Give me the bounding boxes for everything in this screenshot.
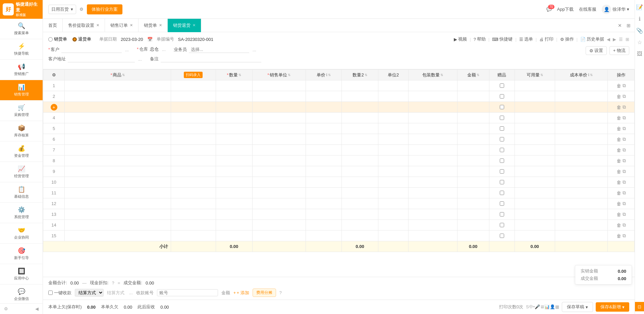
sidebar-item-inventory[interactable]: 📦 库存核算 [0,121,43,141]
shortcut-action[interactable]: ⌨ 快捷键 [492,36,513,42]
pack-qty-sort-icon[interactable]: ⇅ [440,73,443,77]
quantity-sort-icon[interactable]: ⇅ [238,73,241,77]
copy-8[interactable]: ⧉ [623,158,626,164]
print-action[interactable]: 🖨 打印 [539,36,553,42]
copy-4[interactable]: ⧉ [623,115,626,121]
one-click-payment-input[interactable] [48,291,53,295]
tab-close-price-settings[interactable]: ✕ [96,23,99,27]
copy-15[interactable]: ⧉ [623,233,626,239]
del-4[interactable]: 🗑 [616,115,621,121]
remark-input[interactable] [161,56,261,62]
table-settings-icon[interactable]: ⚙ [52,72,56,77]
add-payment-button[interactable]: + + 添加 [233,290,249,296]
account-input[interactable] [157,289,218,296]
video-action[interactable]: ▶ 视频 [454,36,467,42]
product-input-active[interactable] [67,105,169,110]
gift-checkbox-10[interactable] [500,180,504,184]
copy-row-2-icon[interactable]: ⧉ [623,93,626,99]
del-14[interactable]: 🗑 [616,223,621,228]
cost-price-info-icon[interactable]: ℹ [588,73,589,77]
gift-checkbox-12[interactable] [500,201,504,206]
gear-icon[interactable]: ⚙ [79,7,84,12]
sidebar-item-system[interactable]: ⚙️ 系统管理 [0,203,43,223]
amount-sort-icon[interactable]: ⇅ [477,73,479,77]
del-9[interactable]: 🗑 [616,169,621,174]
customer-lookup-dots[interactable]: ... [125,47,129,52]
discount-info-icon[interactable]: ? [112,280,114,286]
cost-price-sort-icon[interactable]: ⇅ [590,73,593,77]
tab-grid-button[interactable]: ⊞ [625,22,632,29]
gift-checkbox-14[interactable] [500,223,504,227]
tab-sales-delivery[interactable]: 销货单 ✕ [139,19,168,32]
unit-price-info-icon[interactable]: ℹ [326,73,327,77]
copy-9[interactable]: ⧉ [623,169,626,174]
radio-delivery-input[interactable] [48,37,53,42]
available-sort-icon[interactable]: ⇅ [540,73,543,77]
collapse-icon[interactable]: ◀ [35,306,39,311]
sidebar-item-enterprise[interactable]: 🤝 企业协同 [0,223,43,244]
date-picker-icon[interactable]: 📅 [147,37,153,42]
product-sort-icon[interactable]: ⇅ [122,73,125,77]
logistics-button[interactable]: + 物流 [609,46,629,55]
del-12[interactable]: 🗑 [616,201,621,206]
copy-14[interactable]: ⧉ [623,222,626,228]
tab-sales-return[interactable]: 销货退货 ✕ [168,19,201,32]
operate-action[interactable]: ⚙ 操作 [560,36,574,42]
salesperson-input[interactable] [189,46,249,53]
radio-return[interactable]: 退货单 [72,36,91,42]
sidebar-item-search[interactable]: 🔍 搜索菜单 [0,19,43,39]
copy-10[interactable]: ⧉ [623,179,626,185]
online-service-link[interactable]: 在线客服 [579,6,596,12]
select-action[interactable]: ☰ 选单 [519,36,533,42]
right-panel-star-icon[interactable]: ☆ [636,38,643,47]
gift-checkbox-2[interactable] [500,94,504,99]
radio-return-input[interactable] [72,37,77,42]
unit-price-sort-icon[interactable]: ⇅ [328,73,331,77]
tab-price-settings[interactable]: 售价提取设置 ✕ [63,19,105,32]
copy-12[interactable]: ⧉ [623,201,626,206]
app-download-link[interactable]: App下载 [557,6,574,12]
address-input[interactable] [68,56,135,62]
address-lookup-dots[interactable]: ... [138,57,142,62]
sales-unit-sort-icon[interactable]: ⇅ [288,73,290,77]
copy-active-row-icon[interactable]: ⧉ [623,104,626,110]
del-11[interactable]: 🗑 [616,190,621,196]
add-row-button[interactable]: + [51,104,57,111]
promo-button[interactable]: 体验行业方案 [87,4,122,14]
gift-checkbox-6[interactable] [500,137,504,141]
copy-13[interactable]: ⧉ [623,211,626,217]
industry-selector[interactable]: 日用百货 ▾ [48,5,76,14]
gift-checkbox-5[interactable] [500,126,504,131]
history-action[interactable]: 📄 历史单据 [580,36,604,42]
sidebar-item-operations[interactable]: 📈 经营管理 [0,162,43,182]
sidebar-item-sales[interactable]: 📊 销售管理 [0,80,43,101]
tab-home[interactable]: 首页 [43,19,63,32]
customer-input[interactable] [61,46,122,53]
sidebar-item-newbie[interactable]: 🎯 新手引导 [0,244,43,264]
tab-close-sales-delivery[interactable]: ✕ [159,23,162,27]
tab-sales-order[interactable]: 销售订单 ✕ [105,19,139,32]
right-panel-attachment-icon[interactable]: 📎 [635,26,644,35]
split-help-icon[interactable]: ? [279,290,282,295]
settings-icon[interactable]: ⚙ [4,306,8,311]
quantity2-sort-icon[interactable]: ⇅ [365,73,367,77]
del-13[interactable]: 🗑 [616,212,621,217]
radio-delivery[interactable]: 销货单 [48,36,67,42]
gift-checkbox-1[interactable] [500,83,504,88]
sidebar-item-purchase[interactable]: 🛒 采购管理 [0,101,43,121]
delete-row-2-icon[interactable]: 🗑 [616,94,621,99]
settings-button[interactable]: ⚙ 设置 [586,46,607,55]
copy-11[interactable]: ⧉ [623,190,626,196]
tab-close-all-button[interactable]: ✕ [616,22,623,29]
salesperson-lookup-dots[interactable]: ... [253,47,256,52]
view-grid-icon[interactable]: ⊞ [626,37,629,42]
prev-record-icon[interactable]: ◀ [607,37,610,42]
del-6[interactable]: 🗑 [616,137,621,142]
save-draft-button[interactable]: 保存草稿 ▾ [562,302,593,312]
gift-checkbox-7[interactable] [500,148,504,152]
del-5[interactable]: 🗑 [616,126,621,131]
product-cell[interactable] [65,80,171,91]
gift-checkbox-11[interactable] [500,191,504,195]
gift-checkbox-15[interactable] [500,234,504,238]
warehouse-lookup-dots[interactable]: ... [162,47,166,52]
